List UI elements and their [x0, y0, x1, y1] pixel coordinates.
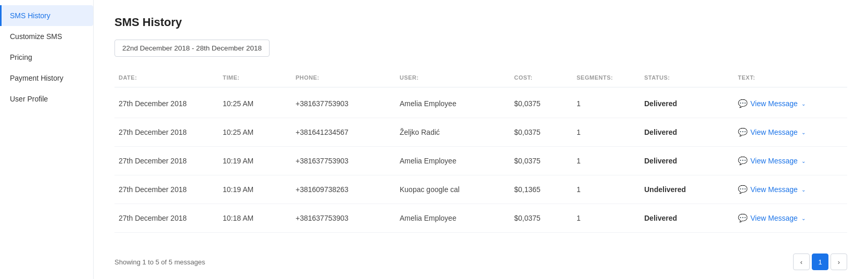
table-row: 27th December 2018 10:19 AM +38163775390…	[114, 147, 847, 175]
chat-icon: 💬	[738, 99, 748, 108]
cell-date: 27th December 2018	[114, 97, 219, 110]
chevron-down-icon: ⌄	[801, 187, 806, 193]
cell-phone: +381637753903	[291, 97, 395, 110]
sidebar: SMS History Customize SMS Pricing Paymen…	[0, 0, 94, 279]
pagination-info: Showing 1 to 5 of 5 messages	[114, 258, 205, 266]
pagination-prev-button[interactable]: ‹	[793, 253, 810, 270]
date-filter-label: 22nd December 2018 - 28th December 2018	[122, 44, 262, 52]
view-message-label: View Message	[750, 214, 798, 222]
cell-user: Kuopac google cal	[395, 183, 510, 196]
chevron-down-icon: ⌄	[801, 101, 806, 107]
page-title: SMS History	[114, 16, 847, 29]
sidebar-item-pricing[interactable]: Pricing	[0, 47, 93, 68]
cell-text: 💬 View Message ⌄	[734, 183, 847, 196]
pagination-bar: Showing 1 to 5 of 5 messages ‹ 1 ›	[114, 248, 847, 270]
cell-segments: 1	[572, 126, 640, 138]
app-layout: SMS History Customize SMS Pricing Paymen…	[0, 0, 868, 279]
table-body: 27th December 2018 10:25 AM +38163775390…	[114, 90, 847, 233]
cell-segments: 1	[572, 183, 640, 196]
pagination-controls: ‹ 1 ›	[793, 253, 847, 270]
cell-cost: $0,0375	[510, 126, 572, 138]
view-message-label: View Message	[750, 99, 798, 108]
cell-cost: $0,1365	[510, 183, 572, 196]
pagination-next-button[interactable]: ›	[831, 253, 847, 270]
cell-user: Amelia Employee	[395, 97, 510, 110]
cell-time: 10:19 AM	[219, 183, 291, 196]
chevron-down-icon: ⌄	[801, 130, 806, 135]
chat-icon: 💬	[738, 156, 748, 166]
cell-cost: $0,0375	[510, 97, 572, 110]
view-message-button[interactable]: 💬 View Message ⌄	[738, 156, 806, 166]
view-message-button[interactable]: 💬 View Message ⌄	[738, 213, 806, 223]
sms-table: DATE: TIME: PHONE: USER: COST: SEGMENTS:…	[114, 72, 847, 233]
cell-user: Amelia Employee	[395, 155, 510, 167]
col-segments: SEGMENTS:	[572, 72, 640, 83]
col-text: TEXT:	[734, 72, 847, 83]
col-user: USER:	[395, 72, 510, 83]
cell-time: 10:19 AM	[219, 155, 291, 167]
chat-icon: 💬	[738, 185, 748, 194]
cell-status: Undelivered	[640, 183, 734, 196]
cell-date: 27th December 2018	[114, 212, 219, 224]
col-phone: PHONE:	[291, 72, 395, 83]
view-message-label: View Message	[750, 128, 798, 136]
chevron-down-icon: ⌄	[801, 158, 806, 164]
cell-time: 10:25 AM	[219, 126, 291, 138]
chevron-down-icon: ⌄	[801, 215, 806, 221]
cell-text: 💬 View Message ⌄	[734, 125, 847, 139]
cell-status: Delivered	[640, 97, 734, 110]
cell-status: Delivered	[640, 126, 734, 138]
cell-cost: $0,0375	[510, 212, 572, 224]
cell-phone: +381637753903	[291, 155, 395, 167]
cell-time: 10:18 AM	[219, 212, 291, 224]
sidebar-item-customize-sms[interactable]: Customize SMS	[0, 26, 93, 47]
chat-icon: 💬	[738, 128, 748, 137]
col-date: DATE:	[114, 72, 219, 83]
cell-segments: 1	[572, 97, 640, 110]
sidebar-item-payment-history[interactable]: Payment History	[0, 68, 93, 88]
date-filter-input[interactable]: 22nd December 2018 - 28th December 2018	[114, 40, 270, 57]
view-message-button[interactable]: 💬 View Message ⌄	[738, 99, 806, 108]
cell-text: 💬 View Message ⌄	[734, 211, 847, 225]
col-time: TIME:	[219, 72, 291, 83]
table-header-row: DATE: TIME: PHONE: USER: COST: SEGMENTS:…	[114, 72, 847, 87]
cell-text: 💬 View Message ⌄	[734, 154, 847, 168]
cell-status: Delivered	[640, 212, 734, 224]
view-message-label: View Message	[750, 185, 798, 194]
cell-date: 27th December 2018	[114, 183, 219, 196]
cell-user: Željko Radić	[395, 126, 510, 138]
view-message-button[interactable]: 💬 View Message ⌄	[738, 128, 806, 137]
cell-cost: $0,0375	[510, 155, 572, 167]
sidebar-item-user-profile[interactable]: User Profile	[0, 88, 93, 109]
chat-icon: 💬	[738, 213, 748, 223]
col-status: STATUS:	[640, 72, 734, 83]
pagination-page-1-button[interactable]: 1	[812, 253, 828, 270]
table-row: 27th December 2018 10:18 AM +38163775390…	[114, 204, 847, 233]
col-cost: COST:	[510, 72, 572, 83]
cell-segments: 1	[572, 212, 640, 224]
table-row: 27th December 2018 10:25 AM +38163775390…	[114, 90, 847, 118]
view-message-button[interactable]: 💬 View Message ⌄	[738, 185, 806, 194]
cell-status: Delivered	[640, 155, 734, 167]
cell-date: 27th December 2018	[114, 155, 219, 167]
cell-phone: +381637753903	[291, 212, 395, 224]
table-row: 27th December 2018 10:25 AM +38164123456…	[114, 118, 847, 147]
cell-segments: 1	[572, 155, 640, 167]
cell-user: Amelia Employee	[395, 212, 510, 224]
cell-phone: +381609738263	[291, 183, 395, 196]
cell-date: 27th December 2018	[114, 126, 219, 138]
sidebar-item-sms-history[interactable]: SMS History	[0, 5, 93, 26]
table-row: 27th December 2018 10:19 AM +38160973826…	[114, 175, 847, 204]
cell-time: 10:25 AM	[219, 97, 291, 110]
view-message-label: View Message	[750, 157, 798, 165]
cell-text: 💬 View Message ⌄	[734, 97, 847, 110]
cell-phone: +381641234567	[291, 126, 395, 138]
main-content: SMS History 22nd December 2018 - 28th De…	[94, 0, 868, 279]
